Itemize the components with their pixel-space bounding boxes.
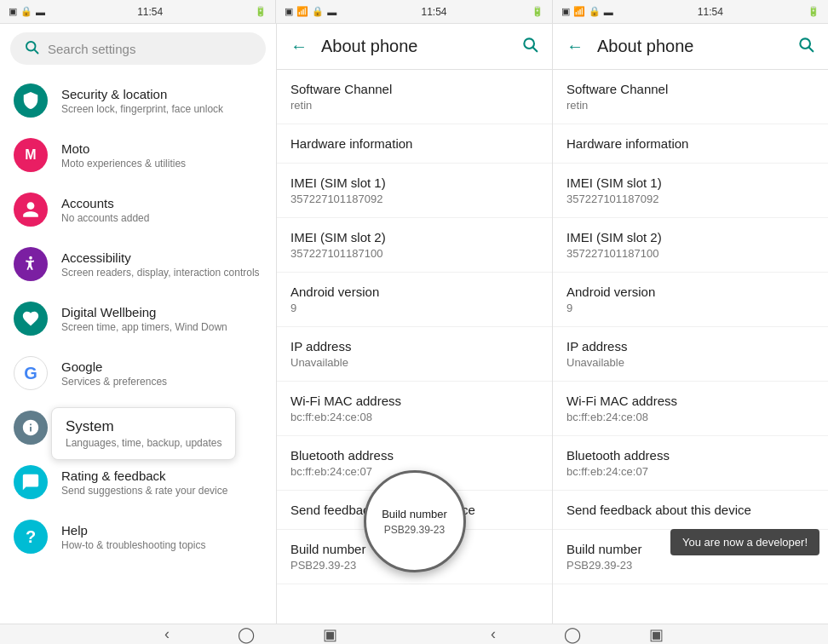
right-imei1[interactable]: IMEI (SIM slot 1) 357227101187092 — [553, 164, 828, 218]
right-panel-title: About phone — [597, 37, 784, 56]
middle-about-panel: ← About phone Software Channel retin — [277, 24, 553, 624]
security-icon — [14, 83, 48, 118]
middle-hardware-info[interactable]: Hardware information — [277, 124, 552, 164]
sidebar-item-feedback[interactable]: Rating & feedback Send suggestions & rat… — [0, 455, 276, 509]
middle-wifi-title: Wi-Fi MAC address — [290, 394, 538, 408]
svg-line-3 — [533, 48, 538, 52]
accessibility-text: Accessibility Screen readers, display, i… — [61, 250, 262, 279]
middle-imei2-title: IMEI (SIM slot 2) — [290, 230, 538, 244]
build-circle-title: Build number — [382, 508, 447, 520]
svg-line-5 — [809, 48, 814, 52]
status-icons-mid: ▣ 📶 🔒 ▬ — [285, 6, 336, 17]
accounts-title: Accounts — [61, 196, 262, 210]
accessibility-subtitle: Screen readers, display, interaction con… — [61, 267, 262, 279]
right-ip-address[interactable]: IP address Unavailable — [553, 327, 828, 382]
middle-android-version[interactable]: Android version 9 — [277, 273, 552, 327]
middle-software-channel-sub: retin — [290, 99, 538, 112]
right-imei2[interactable]: IMEI (SIM slot 2) 357227101187100 — [553, 218, 828, 273]
nav-home-right[interactable]: ◯ — [564, 625, 581, 644]
middle-ip-sub: Unavailable — [290, 356, 538, 369]
right-ip-title: IP address — [566, 339, 814, 354]
status-icons-left: ▣ 🔒 ▬ — [9, 6, 45, 17]
right-imei1-sub: 357227101187092 — [566, 193, 814, 205]
system-tooltip: System Languages, time, backup, updates — [51, 407, 236, 460]
status-bar: ▣ 🔒 ▬ 11:54 🔋 ▣ 📶 🔒 ▬ 11:54 🔋 ▣ 📶 🔒 ▬ 11… — [0, 0, 828, 24]
middle-wifi-sub: bc:ff:eb:24:ce:08 — [290, 411, 538, 423]
shield-icon-right: 🔒 — [589, 6, 601, 17]
middle-imei2-sub: 357227101187100 — [290, 247, 538, 260]
middle-android-title: Android version — [290, 285, 538, 299]
search-bar[interactable]: Search settings — [10, 32, 266, 65]
right-bluetooth-title: Bluetooth address — [566, 448, 814, 463]
middle-android-sub: 9 — [290, 302, 538, 314]
sim-icon-right: ▣ — [561, 6, 570, 17]
sidebar-item-security[interactable]: Security & location Screen lock, fingerp… — [0, 73, 276, 128]
sidebar-item-wellbeing[interactable]: Digital Wellbeing Screen time, app timer… — [0, 291, 276, 346]
nav-back[interactable]: ‹ — [164, 625, 170, 643]
middle-imei1[interactable]: IMEI (SIM slot 1) 357227101187092 — [277, 164, 552, 218]
battery-icon-left: ▬ — [36, 7, 45, 17]
status-section-left: ▣ 🔒 ▬ 11:54 🔋 — [0, 0, 276, 23]
sidebar-item-google[interactable]: G Google Services & preferences — [0, 346, 276, 400]
time-right: 11:54 — [698, 6, 723, 18]
build-circle-value: PSB29.39-23 — [384, 524, 445, 536]
right-imei2-sub: 357227101187100 — [566, 247, 814, 260]
middle-back-button[interactable]: ← — [290, 37, 308, 56]
system-item-wrapper: System Languages, time, backup, updates … — [0, 400, 276, 455]
google-title: Google — [61, 359, 262, 374]
nav-back-right[interactable]: ‹ — [491, 625, 496, 643]
middle-imei2[interactable]: IMEI (SIM slot 2) 357227101187100 — [277, 218, 552, 273]
help-title: Help — [61, 523, 262, 538]
security-title: Security & location — [61, 87, 262, 101]
sidebar-item-accounts[interactable]: Accounts No accounts added — [0, 182, 276, 237]
wellbeing-icon — [14, 302, 48, 336]
accounts-text: Accounts No accounts added — [61, 196, 262, 224]
right-wifi-title: Wi-Fi MAC address — [566, 394, 814, 408]
time-left: 11:54 — [137, 6, 163, 18]
notif-icon-right: ▬ — [604, 7, 613, 17]
accessibility-icon — [14, 247, 48, 281]
security-text: Security & location Screen lock, fingerp… — [61, 87, 262, 115]
moto-subtitle: Moto experiences & utilities — [61, 158, 262, 170]
right-android-title: Android version — [566, 285, 814, 299]
sim-icon-mid: ▣ — [285, 6, 293, 17]
middle-software-channel[interactable]: Software Channel retin — [277, 70, 552, 124]
help-text: Help How-to & troubleshooting topics — [61, 523, 262, 551]
build-number-circle: Build number PSB29.39-23 — [364, 470, 466, 572]
signal-icon-right: 📶 — [573, 6, 585, 17]
right-software-channel[interactable]: Software Channel retin — [553, 70, 828, 124]
nav-recents[interactable]: ▣ — [323, 625, 337, 644]
right-hardware-info[interactable]: Hardware information — [553, 124, 828, 164]
status-section-right: ▣ 📶 🔒 ▬ 11:54 🔋 — [553, 0, 828, 23]
right-search-button[interactable] — [797, 36, 814, 57]
sidebar-item-moto[interactable]: M Moto Moto experiences & utilities — [0, 128, 276, 182]
right-wifi-mac[interactable]: Wi-Fi MAC address bc:ff:eb:24:ce:08 — [553, 382, 828, 436]
shield-icon-mid: 🔒 — [312, 6, 324, 17]
middle-bluetooth-title: Bluetooth address — [290, 448, 538, 463]
middle-software-channel-title: Software Channel — [290, 82, 538, 96]
wellbeing-text: Digital Wellbeing Screen time, app timer… — [61, 305, 262, 333]
right-wifi-sub: bc:ff:eb:24:ce:08 — [566, 411, 814, 423]
right-send-feedback[interactable]: Send feedback about this device — [553, 491, 828, 530]
right-back-button[interactable]: ← — [566, 37, 584, 56]
battery-right: 🔋 — [808, 6, 819, 17]
google-subtitle: Services & preferences — [61, 376, 262, 388]
sidebar-item-accessibility[interactable]: Accessibility Screen readers, display, i… — [0, 237, 276, 291]
middle-wifi-mac[interactable]: Wi-Fi MAC address bc:ff:eb:24:ce:08 — [277, 382, 552, 436]
middle-ip-address[interactable]: IP address Unavailable — [277, 327, 552, 382]
wellbeing-title: Digital Wellbeing — [61, 305, 262, 319]
left-panel: Search settings Security & location Scre… — [0, 24, 277, 624]
sim-icon: ▣ — [9, 6, 17, 17]
right-android-version[interactable]: Android version 9 — [553, 273, 828, 327]
right-imei2-title: IMEI (SIM slot 2) — [566, 230, 814, 244]
middle-panel-header: ← About phone — [277, 24, 552, 70]
feedback-title: Rating & feedback — [61, 469, 262, 483]
middle-search-button[interactable] — [521, 36, 538, 57]
right-bluetooth[interactable]: Bluetooth address bc:ff:eb:24:ce:07 — [553, 436, 828, 491]
sidebar-item-help[interactable]: ? Help How-to & troubleshooting topics — [0, 509, 276, 564]
notif-icon-mid: ▬ — [327, 7, 336, 17]
right-software-channel-title: Software Channel — [566, 82, 814, 96]
nav-home[interactable]: ◯ — [238, 625, 255, 644]
wellbeing-subtitle: Screen time, app timers, Wind Down — [61, 321, 262, 333]
nav-recents-right[interactable]: ▣ — [649, 625, 664, 644]
